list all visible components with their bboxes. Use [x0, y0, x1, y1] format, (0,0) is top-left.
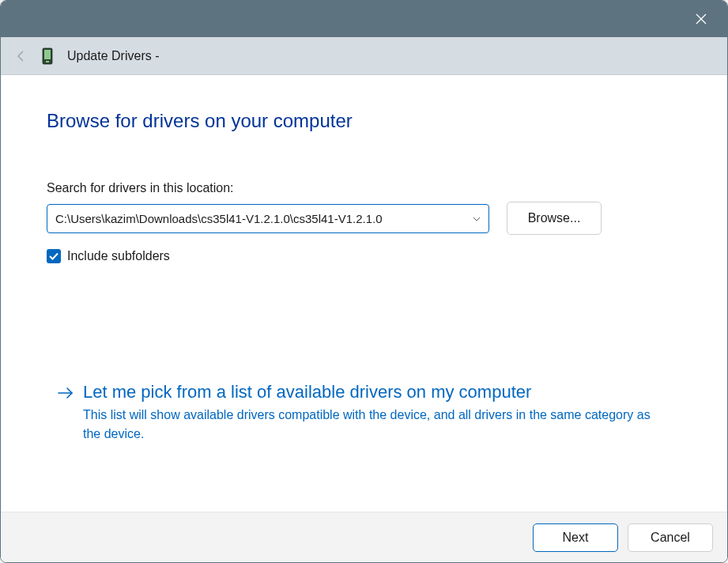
- include-subfolders-label: Include subfolders: [67, 249, 170, 263]
- browse-button[interactable]: Browse...: [507, 202, 602, 235]
- device-icon: [40, 47, 55, 66]
- arrow-right-icon: [58, 385, 74, 444]
- chevron-down-icon: [473, 213, 481, 223]
- path-value: C:\Users\kazim\Downloads\cs35l41-V1.2.1.…: [55, 212, 463, 225]
- include-subfolders-checkbox[interactable]: [47, 249, 61, 263]
- checkmark-icon: [49, 252, 58, 260]
- search-location-label: Search for drivers in this location:: [47, 181, 681, 195]
- page-heading: Browse for drivers on your computer: [47, 110, 681, 132]
- titlebar: [1, 1, 727, 37]
- content-area: Browse for drivers on your computer Sear…: [1, 75, 727, 512]
- back-arrow-icon: [15, 50, 28, 62]
- svg-rect-4: [46, 61, 49, 62]
- pick-option-heading: Let me pick from a list of available dri…: [83, 382, 681, 402]
- next-button[interactable]: Next: [533, 523, 618, 552]
- svg-rect-3: [44, 50, 51, 59]
- dialog-footer: Next Cancel: [1, 512, 727, 562]
- path-row: C:\Users\kazim\Downloads\cs35l41-V1.2.1.…: [47, 202, 681, 235]
- include-subfolders-row: Include subfolders: [47, 249, 681, 263]
- back-button[interactable]: [15, 50, 28, 62]
- dialog-title: Update Drivers -: [67, 49, 159, 63]
- pick-option-text: Let me pick from a list of available dri…: [83, 382, 681, 444]
- update-drivers-dialog: Update Drivers - Browse for drivers on y…: [0, 0, 728, 563]
- close-button[interactable]: [683, 1, 719, 37]
- pick-option-description: This list will show available drivers co…: [83, 406, 660, 444]
- close-icon: [696, 13, 707, 25]
- cancel-button[interactable]: Cancel: [628, 523, 713, 552]
- wizard-header: Update Drivers -: [1, 37, 727, 75]
- path-combobox[interactable]: C:\Users\kazim\Downloads\cs35l41-V1.2.1.…: [47, 204, 489, 233]
- pick-from-list-option[interactable]: Let me pick from a list of available dri…: [47, 382, 681, 444]
